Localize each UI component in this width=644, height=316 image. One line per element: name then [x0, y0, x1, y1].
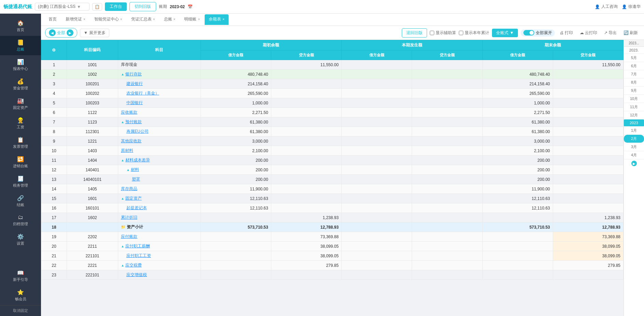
account-name[interactable]: 中国银行: [126, 100, 143, 105]
return-old-button[interactable]: 退回旧版: [402, 28, 427, 38]
name-cell[interactable]: 库存商品: [118, 184, 201, 194]
expand-icon[interactable]: ▲: [121, 244, 125, 248]
expand-all-toggle[interactable]: 全部展开: [521, 29, 555, 37]
table-wrapper[interactable]: ⚙ 科目编码 科目 期初余额 本期发生额 期末余额 借方金额 贷方金额 借方金额: [41, 40, 624, 316]
export-button[interactable]: ↗ 导出: [602, 29, 619, 37]
account-name[interactable]: 寿属EU公司: [126, 129, 149, 134]
tab-close-icon[interactable]: ×: [174, 17, 176, 21]
format-button[interactable]: 全账式 ▼: [492, 29, 518, 37]
tab-close-icon[interactable]: ×: [153, 17, 155, 21]
name-cell[interactable]: 累计折旧: [118, 213, 201, 222]
tab-close-icon[interactable]: ×: [83, 17, 85, 21]
account-name[interactable]: 建设银行: [126, 81, 143, 86]
expand-icon[interactable]: ▲: [121, 197, 125, 200]
expand-icon[interactable]: ▲: [121, 263, 125, 267]
refresh-button[interactable]: 🔄 刷新: [621, 29, 640, 37]
tab-close-icon[interactable]: ×: [222, 17, 224, 21]
filter-button[interactable]: ◀ 全部 ▶: [45, 28, 77, 38]
cloud-print-button[interactable]: ☁ 云打印: [578, 29, 599, 37]
tab-home[interactable]: 首页: [44, 14, 61, 25]
sidebar-item-assets[interactable]: 🏭 固定资产: [0, 94, 41, 114]
ytd-checkbox-input[interactable]: [459, 31, 463, 35]
sidebar-item-payroll[interactable]: 👷 工资: [0, 114, 41, 133]
account-name[interactable]: 应付职工薪酬: [125, 244, 150, 248]
expand-icon[interactable]: ▶: [624, 159, 644, 168]
account-name[interactable]: 应交增值税: [126, 272, 147, 277]
print-button[interactable]: 🖨 打印: [558, 29, 575, 37]
account-name[interactable]: 应交税费: [125, 263, 142, 268]
month-item-12[interactable]: 12月: [624, 111, 644, 119]
tab-voucher-summary[interactable]: 凭证汇总表 ×: [127, 14, 159, 25]
account-name[interactable]: 原材料: [121, 148, 133, 153]
month-item-1[interactable]: 1月: [624, 127, 644, 135]
expand-icon[interactable]: ▲: [126, 168, 131, 172]
sidebar-item-capital[interactable]: 💰 资金管理: [0, 75, 41, 94]
sidebar-item-close[interactable]: 🔗 结账: [0, 191, 41, 211]
user-menu[interactable]: 👤 徐逢华: [622, 4, 641, 10]
month-item-4[interactable]: 4月: [624, 151, 644, 159]
service-button[interactable]: 👤 人工咨询: [595, 4, 618, 10]
account-name[interactable]: 起提差记本: [126, 205, 147, 210]
switch-old-button[interactable]: 切到旧版: [129, 2, 156, 11]
account-name[interactable]: 应付职工工资: [126, 253, 151, 258]
account-name[interactable]: 银行存款: [125, 72, 142, 76]
show-aux-checkbox[interactable]: 显示辅助算: [430, 30, 456, 36]
name-cell[interactable]: 农业银行（美金）: [118, 89, 201, 98]
name-cell[interactable]: 应付账款: [118, 232, 201, 242]
name-cell[interactable]: 中国银行: [118, 98, 201, 108]
calendar-icon[interactable]: 📅: [188, 4, 193, 9]
name-cell[interactable]: 起提差记本: [118, 203, 201, 213]
name-cell[interactable]: ▲ 固定资产: [118, 194, 201, 203]
month-item-10[interactable]: 10月: [624, 95, 644, 103]
month-item-5[interactable]: 5月: [624, 54, 644, 62]
copy-button[interactable]: 📋: [92, 3, 102, 11]
sidebar-item-invoice[interactable]: 📋 发票管理: [0, 133, 41, 153]
tab-smart-voucher[interactable]: 智能凭证中心 ×: [90, 14, 126, 25]
account-name[interactable]: 应付账款: [121, 234, 137, 239]
sidebar-item-home[interactable]: 🏠 首页: [0, 16, 41, 36]
name-cell[interactable]: ▲ 材料: [118, 165, 201, 175]
month-item-6[interactable]: 6月: [624, 62, 644, 70]
month-item-11[interactable]: 11月: [624, 103, 644, 111]
sidebar-item-guide[interactable]: 📖 新手引导: [0, 266, 41, 286]
name-cell[interactable]: ▲ 银行存款: [118, 70, 201, 79]
expand-button[interactable]: ▼ 展开更多: [80, 29, 109, 37]
tab-new-voucher[interactable]: 新增凭证 ×: [61, 14, 90, 25]
account-name[interactable]: 农业银行（美金）: [126, 91, 159, 96]
month-item-9[interactable]: 9月: [624, 87, 644, 95]
name-cell[interactable]: ▲ 预付账款: [118, 117, 201, 127]
name-cell[interactable]: 塑罩: [118, 175, 201, 184]
month-item-3[interactable]: 3月: [624, 143, 644, 151]
workbench-button[interactable]: 工作台: [105, 2, 127, 11]
filter-forward-icon[interactable]: ▶: [67, 29, 73, 36]
sidebar-item-reports[interactable]: 📊 报表中心: [0, 55, 41, 75]
name-cell[interactable]: 应交增值税: [118, 270, 201, 280]
account-name[interactable]: 库存商品: [121, 186, 137, 191]
sidebar-item-settings[interactable]: ⚙️ 设置: [0, 230, 41, 249]
month-item-8[interactable]: 8月: [624, 78, 644, 87]
name-cell[interactable]: 应付职工工资: [118, 251, 201, 261]
name-cell[interactable]: ▲ 应交税费: [118, 261, 201, 270]
expand-icon[interactable]: ▲: [121, 72, 125, 76]
expand-circle-icon[interactable]: ▶: [631, 161, 637, 166]
sidebar-item-archive[interactable]: 🗂 归档管理: [0, 211, 41, 230]
name-cell[interactable]: 建设银行: [118, 79, 201, 89]
account-name[interactable]: 应收账款: [121, 110, 137, 115]
account-name[interactable]: 塑罩: [132, 177, 140, 182]
account-name[interactable]: 材料成本差异: [125, 158, 150, 162]
show-ytd-checkbox[interactable]: 显示本年累计: [459, 30, 489, 36]
account-name[interactable]: 固定资产: [125, 196, 142, 201]
toggle-switch[interactable]: [523, 30, 534, 35]
settings-icon[interactable]: ⚙: [52, 48, 56, 53]
account-name[interactable]: 其他应收款: [121, 139, 141, 143]
sidebar-item-ledger[interactable]: 📒 总账: [0, 36, 41, 55]
month-item-7[interactable]: 7月: [624, 70, 644, 78]
name-cell[interactable]: ▲ 材料成本差异: [118, 156, 201, 165]
name-cell[interactable]: 寿属EU公司: [118, 127, 201, 137]
tab-close-icon[interactable]: ×: [198, 17, 200, 21]
sidebar-item-purchase[interactable]: 🔁 进销台账: [0, 153, 41, 172]
tab-general-ledger[interactable]: 总账 ×: [160, 14, 180, 25]
sidebar-item-tax[interactable]: 🧾 税务管理: [0, 172, 41, 191]
account-name[interactable]: 预付账款: [125, 119, 142, 124]
aux-checkbox-input[interactable]: [430, 31, 434, 35]
